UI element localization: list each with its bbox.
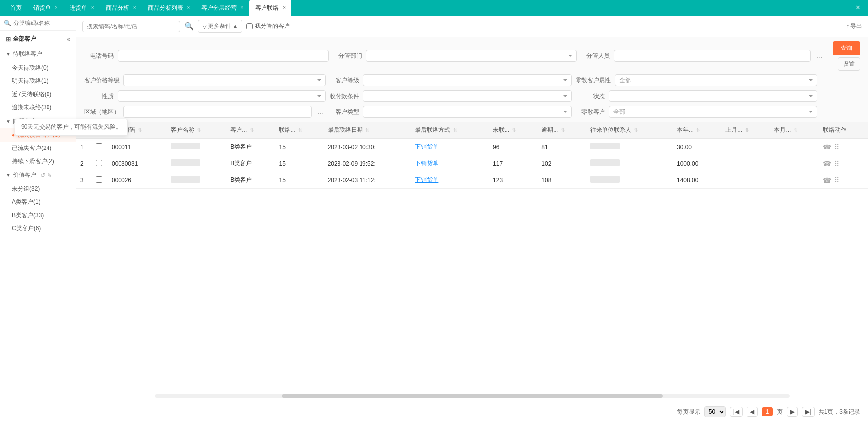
sort-icon-last-month: ⇅ [745, 127, 749, 133]
row2-select[interactable] [96, 160, 102, 166]
export-button[interactable]: ↑ 导出 [846, 22, 862, 30]
region-dots[interactable]: ... [315, 107, 326, 116]
row2-more-icon[interactable]: ⠿ [834, 160, 839, 168]
col-last-month[interactable]: 上月... ⇅ [722, 122, 770, 139]
nav-customer-contact-close[interactable]: × [283, 0, 286, 16]
row1-last-way[interactable]: 下销货单 [411, 139, 489, 155]
phone-input[interactable] [118, 50, 329, 62]
sidebar-item-class-a[interactable]: A类客户(1) [0, 196, 76, 209]
nav-customer-segment-close[interactable]: × [241, 0, 243, 16]
nav-sales-close[interactable]: × [55, 0, 58, 16]
row2-checkbox [92, 155, 108, 172]
col-actions: 联络动作 [819, 122, 868, 139]
row1-more-icon[interactable]: ⠿ [834, 143, 839, 151]
col-contact[interactable]: 联络... ⇅ [275, 122, 323, 139]
filter-row-2: 客户价格等级 客户等级 零散客户属性 全部 [84, 74, 860, 86]
retail-customer-select[interactable]: 全部 [609, 106, 817, 118]
sidebar-item-class-c[interactable]: C类客户(6) [0, 222, 76, 235]
horizontal-scrollbar[interactable] [155, 394, 790, 398]
sort-icon-last-way: ⇅ [453, 127, 457, 133]
more-conditions-button[interactable]: ▽ 更多条件 ▲ [198, 20, 242, 33]
sidebar-item-tomorrow[interactable]: 明天待联络(1) [0, 74, 76, 88]
sidebar-group-pending[interactable]: ▼ 待联络客户 [0, 47, 76, 61]
col-overdue[interactable]: 逾期... ⇅ [537, 122, 586, 139]
search-input[interactable] [82, 21, 180, 32]
sidebar-all-customers[interactable]: ⊞ 全部客户 « [0, 31, 76, 47]
col-this-month[interactable]: 本月... ⇅ [770, 122, 819, 139]
next-page-btn[interactable]: ▶ [787, 407, 798, 417]
nav-customer-segment[interactable]: 客户分层经营 × [195, 0, 249, 16]
col-type[interactable]: 客户... ⇅ [226, 122, 275, 139]
last-page-btn[interactable]: ▶| [802, 407, 815, 417]
query-button[interactable]: 查询 [833, 41, 860, 55]
my-customer-checkbox[interactable] [246, 23, 253, 29]
table-row: 1 000011 B类客户 15 2023-03-02 10:30: 下销货单 … [76, 139, 868, 155]
filter-row-1: 电话号码 分管部门 分管人员 ... 查询 设置 [84, 41, 860, 71]
customer-type-select[interactable] [363, 106, 571, 118]
refresh-icon[interactable]: ↺ [40, 172, 45, 179]
region-input[interactable] [123, 106, 312, 118]
sidebar-item-7days[interactable]: 近7天待联络(0) [0, 88, 76, 101]
col-this-year[interactable]: 本年... ⇅ [673, 122, 722, 139]
edit-icon[interactable]: ✎ [47, 172, 52, 179]
row3-num: 3 [76, 172, 92, 189]
filter-row-4: 区域（地区） ... 客户类型 零散客户 全部 [84, 106, 860, 118]
col-contact-person[interactable]: 往来单位联系人 ⇅ [586, 122, 674, 139]
filter-customer-type: 客户类型 [330, 106, 571, 118]
settings-button[interactable]: 设置 [838, 57, 860, 71]
row1-num: 1 [76, 139, 92, 155]
sidebar-item-ungrouped[interactable]: 未分组(32) [0, 182, 76, 196]
nav-purchase-close[interactable]: × [91, 0, 94, 16]
nav-product-list[interactable]: 商品分析列表 × [142, 0, 196, 16]
sidebar-collapse-btn[interactable]: « [67, 36, 70, 43]
row3-this-year: 1408.00 [673, 172, 722, 189]
filter-person: 分管人员 ... [580, 50, 825, 62]
sidebar-item-class-b[interactable]: B类客户(33) [0, 209, 76, 222]
sidebar-item-declining[interactable]: 持续下滑客户(2) [0, 155, 76, 168]
nav-home[interactable]: 首页 [4, 0, 27, 16]
nav-customer-contact[interactable]: 客户联络 × [249, 0, 291, 16]
row3-overdue: 108 [537, 172, 586, 189]
filter-region: 区域（地区） ... [84, 106, 326, 118]
prev-page-btn[interactable]: ◀ [747, 407, 758, 417]
nav-product-analysis-close[interactable]: × [133, 0, 136, 16]
scroll-thumb [282, 394, 663, 398]
row1-contact-icon[interactable]: ☎ [823, 143, 831, 151]
first-page-btn[interactable]: |◀ [730, 407, 743, 417]
row1-contact-person [586, 139, 674, 155]
col-last-way[interactable]: 最后联络方式 ⇅ [411, 122, 489, 139]
nav-sales[interactable]: 销货单 × [27, 0, 64, 16]
sidebar-group-value[interactable]: ▼ 价值客户 ↺ ✎ [0, 168, 76, 182]
sidebar-item-today[interactable]: 今天待联络(0) [0, 61, 76, 74]
row3-contact-icon[interactable]: ☎ [823, 176, 831, 184]
search-button[interactable]: 🔍 [184, 22, 194, 31]
nav-product-analysis[interactable]: 商品分析 × [100, 0, 142, 16]
sidebar-search-input[interactable] [13, 20, 72, 26]
person-dots[interactable]: ... [815, 51, 825, 60]
row3-select[interactable] [96, 176, 102, 183]
row3-more-icon[interactable]: ⠿ [834, 176, 839, 184]
dept-select[interactable] [366, 50, 577, 62]
row1-select[interactable] [96, 143, 102, 149]
row1-type: B类客户 [226, 139, 275, 155]
sidebar-item-overdue[interactable]: 逾期未联络(30) [0, 101, 76, 114]
person-input[interactable] [614, 50, 810, 62]
status-select[interactable] [609, 90, 817, 102]
sidebar-item-churned[interactable]: 已流失客户(24) [0, 142, 76, 155]
price-level-select[interactable] [123, 74, 326, 86]
row2-contact-icon[interactable]: ☎ [823, 160, 831, 168]
global-close-btn[interactable]: × [852, 3, 864, 12]
row2-last-way[interactable]: 下销货单 [411, 155, 489, 172]
row3-last-way[interactable]: 下销货单 [411, 172, 489, 189]
col-name[interactable]: 客户名称 ⇅ [167, 122, 226, 139]
nav-purchase[interactable]: 进货单 × [64, 0, 100, 16]
customer-level-select[interactable] [363, 74, 571, 86]
payment-select[interactable] [363, 90, 571, 102]
page-size-select[interactable]: 50 [704, 406, 726, 417]
retail-attr-select[interactable]: 全部 [615, 74, 817, 86]
col-not-contacted[interactable]: 未联... ⇅ [489, 122, 537, 139]
col-last-date[interactable]: 最后联络日期 ⇅ [324, 122, 411, 139]
nav-product-list-close[interactable]: × [187, 0, 190, 16]
nature-select[interactable] [118, 90, 326, 102]
chevron-up-icon: ▲ [232, 23, 238, 30]
